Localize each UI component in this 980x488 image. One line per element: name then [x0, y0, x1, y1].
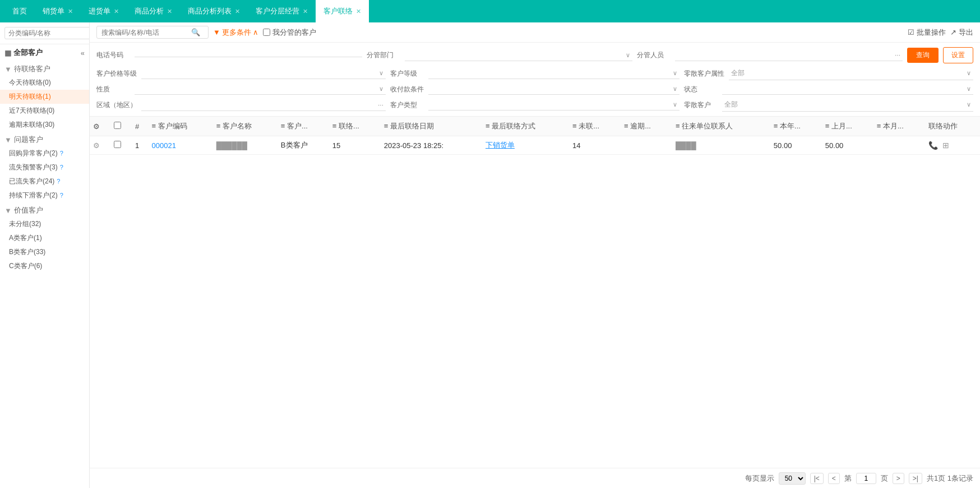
phone-action-icon[interactable]: 📞 [928, 141, 938, 150]
filter-phone: 电话号码 [96, 50, 362, 60]
close-icon[interactable]: ✕ [356, 8, 361, 15]
filter-price-grade: 客户价格等级 ∨ [96, 68, 386, 79]
status-select[interactable]: ∨ [722, 84, 973, 95]
sidebar-group-待联络客户[interactable]: ▼待联络客户 [0, 61, 89, 76]
nature-select[interactable]: ∨ [135, 84, 386, 95]
settings-button[interactable]: 设置 [943, 47, 973, 63]
row-gear-icon[interactable]: ⚙ [93, 141, 100, 150]
nav-item-商品分析[interactable]: 商品分析✕ [127, 0, 180, 22]
customer-name[interactable]: ██████ [216, 141, 247, 150]
th-last_contact_date: ≡ 最后联络日期 [381, 117, 482, 136]
more-conditions-btn[interactable]: ▼ 更多条件 ∧ [213, 27, 258, 38]
th-type: ≡ 客户... [278, 117, 329, 136]
price-grade-select[interactable]: ∨ [141, 68, 386, 79]
customer-grade-select[interactable]: ∨ [428, 68, 679, 79]
region-more-icon[interactable]: ··· [378, 101, 383, 109]
sidebar-item[interactable]: 回购异常客户(2)? [0, 146, 89, 160]
cell-last_month: 50.00 [822, 136, 873, 155]
sidebar-root[interactable]: ▦ 全部客户 « [0, 44, 89, 61]
cell-check [110, 136, 132, 155]
batch-op-btn[interactable]: ☑ 批量操作 [908, 27, 946, 38]
sidebar-item[interactable]: 近7天待联络(0) [0, 104, 89, 118]
cell-type: B类客户 [278, 136, 329, 155]
filter-customer-grade: 客户等级 ∨ [390, 68, 679, 79]
th-no_contact: ≡ 未联... [569, 117, 621, 136]
sidebar-group-价值客户[interactable]: ▼价值客户 [0, 202, 89, 217]
select-all-checkbox[interactable] [114, 122, 121, 129]
data-table: ⚙#≡ 客户编码≡ 客户名称≡ 客户...≡ 联络...≡ 最后联络日期≡ 最后… [90, 117, 980, 155]
cell-gear: ⚙ [90, 136, 110, 155]
region-label: 区域（地区） [96, 100, 137, 110]
prev-page-btn[interactable]: < [828, 473, 840, 484]
nav-item-首页[interactable]: 首页 [4, 0, 35, 22]
region-select[interactable]: ··· [141, 99, 386, 111]
cell-this_month [873, 136, 925, 155]
close-icon[interactable]: ✕ [167, 8, 172, 15]
my-customers-check[interactable] [263, 29, 270, 36]
sidebar-group-问题客户[interactable]: ▼问题客户 [0, 132, 89, 146]
sidebar-item[interactable]: 流失预警客户(3)? [0, 160, 89, 174]
sidebar-item[interactable]: C类客户(6) [0, 259, 89, 273]
sidebar-search-input[interactable] [4, 27, 90, 39]
cell-code[interactable]: 000021 [148, 136, 212, 155]
group-title: 待联络客户 [14, 64, 50, 74]
grid-action-icon[interactable]: ⊞ [942, 141, 949, 150]
phone-label: 电话号码 [96, 50, 130, 60]
filter-nature: 性质 ∨ [96, 84, 386, 95]
manager-more-icon[interactable]: ··· [895, 51, 900, 59]
payment-select[interactable]: ∨ [428, 84, 679, 95]
filter-row-1: 电话号码 分管部门 ∨ 分管人员 ··· [96, 47, 973, 63]
per-page-select[interactable]: 50 [779, 472, 806, 485]
arrow-icon: ▼ [4, 136, 12, 144]
row-checkbox[interactable] [114, 141, 121, 148]
filter-row-2: 客户价格等级 ∨ 客户等级 ∨ 零散客户属性 全部 [96, 67, 973, 80]
retail-customer-chevron-icon: ∨ [967, 101, 971, 108]
page-label: 第 [844, 473, 852, 484]
customer-type-select[interactable]: ∨ [428, 99, 679, 111]
retail-customer-select[interactable]: 全部 ∨ [722, 98, 973, 112]
sidebar-item[interactable]: B类客户(33) [0, 245, 89, 259]
sidebar-item[interactable]: 今天待联络(0) [0, 76, 89, 90]
manager-select-wrap[interactable]: ··· [675, 49, 903, 61]
search-input-wrap[interactable]: 🔍 [96, 26, 209, 39]
retail-attr-select[interactable]: 全部 ∨ [729, 67, 973, 80]
phone-input-wrap[interactable] [135, 53, 362, 57]
nav-item-客户联络[interactable]: 客户联络✕ [316, 0, 369, 22]
nav-item-商品分析列表[interactable]: 商品分析列表✕ [180, 0, 248, 22]
last-page-btn[interactable]: >| [909, 473, 922, 484]
sidebar-item[interactable]: A类客户(1) [0, 231, 89, 245]
next-page-btn[interactable]: > [893, 473, 904, 484]
filter-dept: 分管部门 ∨ [367, 50, 632, 61]
th-unit_contact: ≡ 往来单位联系人 [672, 117, 770, 136]
sidebar-item[interactable]: 已流失客户(24)? [0, 174, 89, 188]
nav-item-客户分层经营[interactable]: 客户分层经营✕ [248, 0, 316, 22]
main-search-icon[interactable]: 🔍 [191, 28, 200, 36]
th-gear[interactable]: ⚙ [90, 117, 110, 136]
first-page-btn[interactable]: |< [810, 473, 824, 484]
query-button[interactable]: 查询 [907, 48, 939, 63]
sidebar-item[interactable]: 逾期未联络(30) [0, 118, 89, 132]
main-search-input[interactable] [101, 29, 191, 36]
close-icon[interactable]: ✕ [303, 8, 308, 15]
payment-label: 收付款条件 [390, 85, 424, 94]
my-customers-checkbox[interactable]: 我分管的客户 [263, 27, 316, 38]
retail-attr-label: 零散客户属性 [684, 69, 724, 79]
nav-item-进货单[interactable]: 进货单✕ [81, 0, 127, 22]
close-icon[interactable]: ✕ [235, 8, 240, 15]
sidebar-groups: ▼待联络客户今天待联络(0)明天待联络(1)近7天待联络(0)逾期未联络(30)… [0, 61, 89, 273]
filter-panel: 电话号码 分管部门 ∨ 分管人员 ··· [90, 43, 980, 117]
sidebar-item[interactable]: 持续下滑客户(2)? [0, 188, 89, 202]
sidebar-item[interactable]: 明天待联络(1) [0, 90, 89, 104]
sidebar-collapse-btn[interactable]: « [81, 49, 85, 57]
close-icon[interactable]: ✕ [68, 8, 73, 15]
nav-item-销货单[interactable]: 销货单✕ [35, 0, 81, 22]
sidebar-item[interactable]: 未分组(32) [0, 217, 89, 231]
close-icon[interactable]: ✕ [114, 8, 119, 15]
th-check[interactable] [110, 117, 132, 136]
payment-chevron-icon: ∨ [673, 85, 677, 93]
export-btn[interactable]: ↗ 导出 [950, 27, 973, 38]
dept-select-wrap[interactable]: ∨ [405, 50, 632, 61]
page-input[interactable] [856, 473, 876, 484]
last-contact-method-link[interactable]: 下销货单 [486, 141, 515, 149]
customer-type-chevron-icon: ∨ [673, 101, 677, 108]
